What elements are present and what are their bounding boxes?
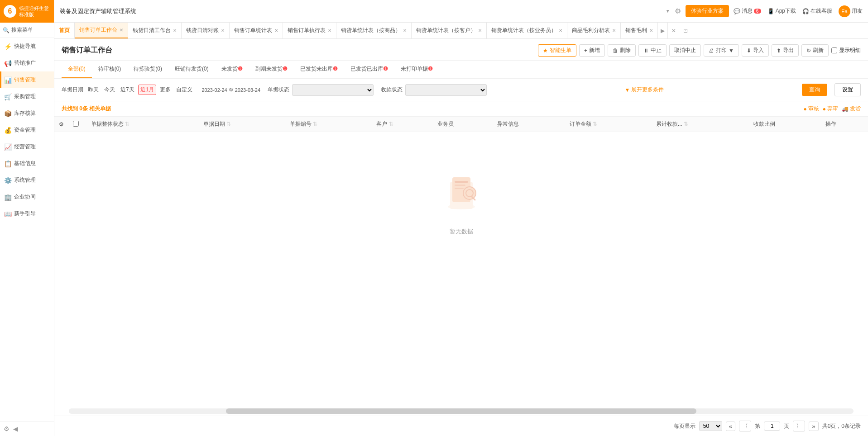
sidebar-item-finance[interactable]: 💰 资金管理 [0,122,54,138]
message-btn[interactable]: 💬 消息 6 [734,7,761,15]
tab-sales-stat-product[interactable]: 销货单统计表（按商品） ✕ [336,23,412,38]
col-check[interactable] [68,117,86,132]
date-quick-yesterday[interactable]: 昨天 [86,85,101,95]
sort-icon[interactable]: ⇅ [389,121,393,127]
tab-close-icon[interactable]: ✕ [328,28,331,33]
new-btn[interactable]: + 新增 [579,44,605,57]
sidebar-item-sales[interactable]: 📊 销售管理 [0,71,54,88]
show-detail-label[interactable]: 显示明细 [831,47,861,54]
industry-btn[interactable]: 体验行业方案 [686,5,729,17]
tab-margin[interactable]: 商品毛利分析表 ✕ [567,23,621,38]
filter-tab-pending-check[interactable]: 待拣验货(0) [127,61,168,78]
ship-btn[interactable]: 🚚 发货 [842,105,861,113]
filter-tab-shipped-not-out[interactable]: 已发货未出库❶ [294,61,344,78]
sidebar-item-system[interactable]: ⚙️ 系统管理 [0,172,54,189]
tab-scroll-right[interactable]: ▶ [658,23,668,38]
tab-sales-more[interactable]: 销售毛利 ✕ [621,23,658,38]
next-page-btn[interactable]: 〉 [793,421,805,431]
col-settings[interactable]: ⚙ [54,117,68,132]
tab-close-icon[interactable]: ✕ [403,28,407,33]
tab-close-icon[interactable]: ✕ [478,28,482,33]
tab-close-all-btn[interactable]: ✕ [668,23,680,38]
tab-close-icon[interactable]: ✕ [173,28,177,33]
date-quick-custom[interactable]: 自定义 [174,85,194,95]
tab-close-icon[interactable]: ✕ [120,28,123,33]
topbar-settings-icon[interactable]: ⚙ [675,7,681,15]
reject-btn[interactable]: ● 弃审 [823,105,838,113]
refresh-btn[interactable]: ↻ 刷新 [801,44,829,57]
date-quick-today[interactable]: 今天 [102,85,117,95]
query-btn[interactable]: 查询 [802,84,827,96]
prev-page-btn[interactable]: 〈 [739,421,751,431]
sidebar-item-quick-nav[interactable]: ⚡ 快捷导航 [0,38,54,55]
sidebar-item-label: 企业协同 [14,193,36,201]
filter-tab-shipped-out[interactable]: 已发货已出库❶ [344,61,394,78]
date-quick-more[interactable]: 更多 [158,85,173,95]
filter-tab-not-printed[interactable]: 未打印单据❶ [394,61,439,78]
tab-sales-stat-staff[interactable]: 销货单统计表（按业务员） ✕ [487,23,567,38]
filter-tab-overdue[interactable]: 到期未发货❶ [249,61,294,78]
scrollbar-thumb[interactable] [226,408,697,414]
show-detail-checkbox[interactable] [831,47,837,53]
filter-tab-pending-review[interactable]: 待审核(0) [92,61,128,78]
collapse-icon[interactable]: ◀ [13,425,18,432]
sidebar-item-operation[interactable]: 📈 经营管理 [0,138,54,155]
tab-home[interactable]: 首页 [54,23,75,38]
user-menu[interactable]: Ea 用友 [839,5,863,17]
sort-icon[interactable]: ⇅ [313,121,317,127]
sidebar-item-basic[interactable]: 📋 基础信息 [0,155,54,172]
sidebar-item-guide[interactable]: 📖 新手引导 [0,205,54,222]
sidebar-item-marketing[interactable]: 📢 营销推广 [0,55,54,71]
expand-conditions-btn[interactable]: ▼ 展开更多条件 [625,86,664,94]
settings-icon[interactable]: ⚙ [4,425,10,432]
last-page-btn[interactable]: » [809,422,818,431]
tab-close-icon[interactable]: ✕ [274,28,278,33]
tab-expand-btn[interactable]: ⊡ [680,23,691,38]
select-all-checkbox[interactable] [73,121,79,127]
export-btn[interactable]: ⬆ 导出 [772,44,799,57]
dropdown-icon[interactable]: ▼ [666,9,670,14]
horizontal-scrollbar[interactable] [69,408,854,414]
tab-sales-stat[interactable]: 销售订单统计表 ✕ [230,23,283,38]
message-label: 消息 [742,7,753,15]
svg-rect-5 [455,188,464,189]
tab-sales-workbench[interactable]: 销售订单工作台 ✕ [75,23,128,38]
sort-icon[interactable]: ⇅ [226,121,231,127]
tab-sales-stat-customer[interactable]: 销货单统计表（按客户） ✕ [412,23,487,38]
tab-cash-reconcile[interactable]: 钱货日清对账 ✕ [182,23,230,38]
cancel-pause-btn[interactable]: 取消中止 [669,44,701,57]
sidebar-item-purchase[interactable]: 🛒 采购管理 [0,88,54,105]
per-page-select[interactable]: 50 10 20 100 [699,421,722,431]
review-btn[interactable]: ● 审核 [804,105,819,113]
date-quick-1month[interactable]: 近1月 [138,85,157,95]
app-download-btn[interactable]: 📱 App下载 [767,7,796,15]
pause-btn[interactable]: ⏸ 中止 [638,44,667,57]
sort-icon[interactable]: ⇅ [684,121,688,127]
sort-icon[interactable]: ⇅ [125,121,129,127]
first-page-btn[interactable]: « [726,422,735,431]
refresh-icon: ↻ [806,47,811,54]
payment-select[interactable] [405,84,487,96]
search-menu[interactable]: 🔍 搜索菜单 [0,23,54,38]
tab-close-icon[interactable]: ✕ [559,28,562,33]
import-btn[interactable]: ⬇ 导入 [742,44,769,57]
tab-sales-exec[interactable]: 销售订单执行表 ✕ [283,23,336,38]
sidebar-item-inventory[interactable]: 📦 库存核算 [0,105,54,122]
tab-close-icon[interactable]: ✕ [612,28,616,33]
tab-close-icon[interactable]: ✕ [221,28,225,33]
filter-tab-wangpu[interactable]: 旺铺待发货(0) [168,61,215,78]
sidebar-item-enterprise[interactable]: 🏢 企业协同 [0,189,54,205]
status-select[interactable] [292,84,374,96]
filter-tab-all[interactable]: 全部(0) [62,61,92,78]
tab-close-icon[interactable]: ✕ [649,28,653,33]
date-quick-7days[interactable]: 近7天 [119,85,136,95]
online-service-btn[interactable]: 🎧 在线客服 [802,7,832,15]
sort-icon[interactable]: ⇅ [593,121,597,127]
delete-btn[interactable]: 🗑 删除 [608,44,636,57]
setting-btn[interactable]: 设置 [834,83,861,96]
page-input[interactable] [764,422,780,431]
tab-cash-daily[interactable]: 钱货日清工作台 ✕ [128,23,182,38]
smart-create-btn[interactable]: ★ 智能生单 [538,44,576,57]
print-btn[interactable]: 🖨 打印 ▼ [704,44,739,57]
filter-tab-not-shipped[interactable]: 未发货❶ [215,61,249,78]
